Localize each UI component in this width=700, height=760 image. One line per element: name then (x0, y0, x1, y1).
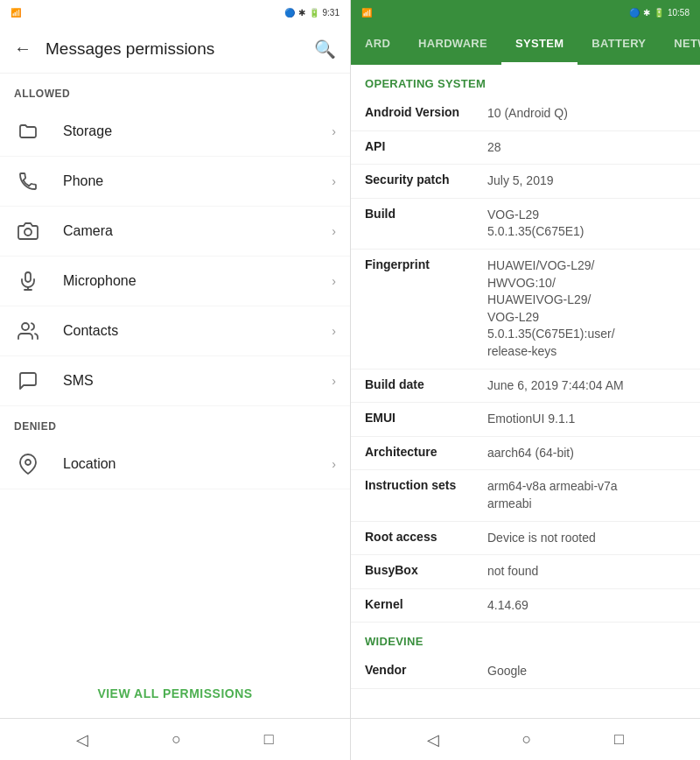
info-label: Android Version (365, 105, 487, 123)
info-value: 28 (487, 139, 686, 157)
status-bar-right: 📶 🔵 ✱ 🔋 10:58 (351, 0, 700, 25)
phone-icon (14, 167, 42, 195)
chevron-icon-sms: › (332, 374, 336, 388)
svg-point-4 (22, 323, 29, 330)
chevron-icon-contacts: › (332, 324, 336, 338)
folder-icon (14, 117, 42, 145)
tab-hardware[interactable]: HARDWARE (404, 25, 501, 65)
search-icon[interactable]: 🔍 (314, 39, 336, 60)
camera-icon (14, 217, 42, 245)
status-bt-left: ✱ (298, 8, 305, 18)
permission-item-phone[interactable]: Phone › (0, 157, 350, 207)
info-label: BusyBox (365, 563, 487, 581)
status-notify-left: 🔵 (284, 8, 295, 18)
nav-recent-right[interactable]: □ (614, 730, 624, 749)
info-row: Instruction sets arm64-v8a armeabi-v7a a… (351, 470, 700, 521)
status-signal-right: 📶 (361, 8, 372, 18)
info-value: not found (487, 563, 686, 581)
chevron-icon-camera: › (332, 224, 336, 238)
info-value: aarch64 (64-bit) (487, 445, 686, 462)
status-bar-left: 📶 🔵 ✱ 🔋 9:31 (0, 0, 350, 25)
status-time-right: 10:58 (668, 8, 690, 18)
tab-ard[interactable]: ARD (351, 25, 404, 65)
info-row: Fingerprint HUAWEI/VOG-L29/ HWVOG:10/ HU… (351, 250, 700, 369)
info-label: Vendor (365, 663, 487, 680)
denied-section-label: DENIED (0, 406, 350, 440)
permission-item-location[interactable]: Location › (0, 440, 350, 489)
info-row: Vendor Google (351, 655, 700, 689)
permission-item-contacts[interactable]: Contacts › (0, 306, 350, 356)
permission-name-storage: Storage (63, 123, 311, 139)
left-panel: 📶 🔵 ✱ 🔋 9:31 ← Messages permissions 🔍 AL… (0, 0, 350, 760)
chevron-icon-storage: › (332, 124, 336, 138)
info-label: API (365, 139, 487, 157)
info-row: BusyBox not found (351, 555, 700, 589)
header-left: ← Messages permissions 🔍 (0, 25, 350, 74)
view-all-permissions-button[interactable]: VIEW ALL PERMISSIONS (0, 669, 350, 718)
right-panel: 📶 🔵 ✱ 🔋 10:58 ARD HARDWARE SYSTEM BATTER… (350, 0, 700, 760)
chevron-icon-phone: › (332, 174, 336, 188)
info-row: Root access Device is not rooted (351, 522, 700, 556)
info-row: Kernel 4.14.69 (351, 589, 700, 623)
page-title-left: Messages permissions (46, 39, 300, 59)
tab-network[interactable]: NETWO (660, 25, 700, 65)
permission-item-camera[interactable]: Camera › (0, 207, 350, 257)
widevine-rows-container: Vendor Google (351, 655, 700, 689)
sms-icon (14, 367, 42, 395)
info-row: Security patch July 5, 2019 (351, 165, 700, 199)
back-button[interactable]: ← (14, 39, 32, 59)
info-value: VOG-L29 5.0.1.35(C675E1) (487, 207, 686, 241)
info-value: 4.14.69 (487, 597, 686, 615)
permission-name-location: Location (63, 456, 311, 472)
allowed-section-label: ALLOWED (0, 74, 350, 107)
permission-item-storage[interactable]: Storage › (0, 107, 350, 157)
widevine-section-header: WIDEVINE (351, 623, 700, 655)
info-label: Kernel (365, 597, 487, 615)
nav-bar-right: ◁ ○ □ (351, 718, 700, 760)
status-time-left: 9:31 (323, 8, 340, 18)
info-label: Build (365, 207, 487, 241)
info-row: Android Version 10 (Android Q) (351, 97, 700, 131)
svg-point-5 (25, 460, 31, 465)
info-value: Google (487, 663, 686, 680)
info-label: Security patch (365, 172, 487, 190)
permission-name-sms: SMS (63, 373, 311, 389)
svg-point-0 (24, 229, 32, 236)
nav-back-left[interactable]: ◁ (76, 730, 88, 749)
info-label: Architecture (365, 445, 487, 462)
info-row: Build date June 6, 2019 7:44:04 AM (351, 369, 700, 404)
info-row: EMUI EmotionUI 9.1.1 (351, 403, 700, 437)
info-row: Architecture aarch64 (64-bit) (351, 437, 700, 471)
contacts-icon (14, 317, 42, 345)
permission-name-phone: Phone (63, 173, 311, 189)
svg-rect-1 (25, 272, 31, 282)
info-row: Build VOG-L29 5.0.1.35(C675E1) (351, 199, 700, 250)
permission-item-sms[interactable]: SMS › (0, 356, 350, 406)
permission-name-contacts: Contacts (63, 323, 311, 339)
info-value: 10 (Android Q) (487, 105, 686, 123)
location-icon (14, 450, 42, 478)
nav-back-right[interactable]: ◁ (427, 730, 439, 749)
nav-home-right[interactable]: ○ (522, 730, 532, 749)
info-value: arm64-v8a armeabi-v7a armeabi (487, 478, 686, 512)
info-value: EmotionUI 9.1.1 (487, 411, 686, 428)
info-label: Build date (365, 377, 487, 395)
status-signal-left: 📶 (10, 8, 21, 18)
permission-item-microphone[interactable]: Microphone › (0, 257, 350, 306)
status-battery-right: 🔋 (654, 8, 664, 18)
status-notify-right: 🔵 (629, 8, 640, 18)
info-label: EMUI (365, 411, 487, 428)
info-value: June 6, 2019 7:44:04 AM (487, 377, 686, 395)
tabs-container: ARD HARDWARE SYSTEM BATTERY NETWO (351, 25, 700, 65)
nav-bar-left: ◁ ○ □ (0, 718, 350, 760)
info-label: Instruction sets (365, 478, 487, 512)
status-battery-left: 🔋 (309, 8, 319, 18)
info-value: HUAWEI/VOG-L29/ HWVOG:10/ HUAWEIVOG-L29/… (487, 257, 686, 361)
chevron-icon-location: › (332, 457, 336, 471)
nav-home-left[interactable]: ○ (172, 730, 181, 749)
info-value: July 5, 2019 (487, 172, 686, 190)
tab-battery[interactable]: BATTERY (578, 25, 660, 65)
info-label: Fingerprint (365, 257, 487, 361)
tab-system[interactable]: SYSTEM (501, 25, 578, 65)
nav-recent-left[interactable]: □ (264, 730, 274, 749)
